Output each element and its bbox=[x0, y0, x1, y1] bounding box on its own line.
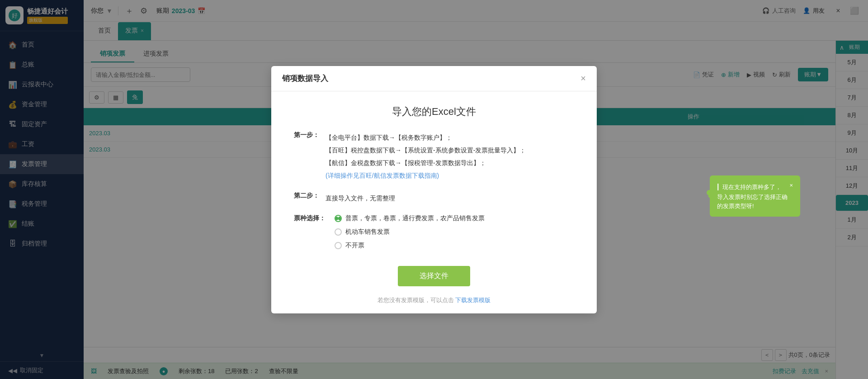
modal-download: 若您没有发票模版，可以点击 下载发票模版 bbox=[294, 296, 574, 304]
modal-body: 导入您的Excel文件 第一步： 【全电平台】数据下载→【税务数字账户】； 【百… bbox=[271, 91, 597, 313]
modal-overlay: 销项数据导入 × 导入您的Excel文件 第一步： 【全电平台】数据下载→【税务… bbox=[0, 0, 868, 379]
tooltip-text: 现在支持的票种多了，导入发票时别忘了选择正确的发票类型呀! bbox=[717, 184, 788, 209]
tooltip-bar-icon: | bbox=[717, 183, 719, 190]
ticket-select: 票种选择： 普票，专票，卷票，通行费发票，农产品销售发票 机动车销售发票 bbox=[294, 214, 574, 250]
radio-general-circle bbox=[335, 215, 342, 222]
ticket-label: 票种选择： bbox=[294, 214, 326, 223]
radio-general-label: 普票，专票，卷票，通行费发票，农产品销售发票 bbox=[345, 214, 485, 223]
step1-line2: 【百旺】税控盘数据下载→【系统设置-系统参数设置-发票批量导入】； bbox=[326, 144, 526, 156]
radio-item-vehicle[interactable]: 机动车销售发票 bbox=[335, 228, 485, 236]
step2-content: 直接导入文件，无需整理 bbox=[326, 192, 395, 204]
step1-content: 【全电平台】数据下载→【税务数字账户】； 【百旺】税控盘数据下载→【系统设置-系… bbox=[326, 131, 526, 182]
tooltip-close-button[interactable]: × bbox=[789, 181, 793, 190]
radio-vehicle-circle bbox=[335, 228, 342, 236]
step1-line1: 【全电平台】数据下载→【税务数字账户】； bbox=[326, 131, 526, 144]
radio-no-invoice-label: 不开票 bbox=[345, 242, 364, 250]
modal-step2: 第二步： 直接导入文件，无需整理 bbox=[294, 192, 574, 204]
modal-main-title: 导入您的Excel文件 bbox=[294, 105, 574, 118]
step1-line3: 【航信】金税盘数据下载→【报税管理-发票数据导出】； bbox=[326, 156, 526, 169]
radio-no-invoice-circle bbox=[335, 242, 342, 249]
select-file-button[interactable]: 选择文件 bbox=[398, 266, 470, 286]
step1-link-container: (详细操作见百旺/航信发票数据下载指南) bbox=[326, 169, 526, 182]
radio-group: 普票，专票，卷票，通行费发票，农产品销售发票 机动车销售发票 不开票 bbox=[330, 214, 485, 250]
download-text: 若您没有发票模版，可以点击 bbox=[377, 297, 454, 303]
modal-title: 销项数据导入 bbox=[282, 73, 328, 84]
step2-label: 第二步： bbox=[294, 192, 321, 200]
download-template-link[interactable]: 下载发票模版 bbox=[455, 297, 491, 303]
radio-vehicle-label: 机动车销售发票 bbox=[345, 228, 390, 236]
modal-step1: 第一步： 【全电平台】数据下载→【税务数字账户】； 【百旺】税控盘数据下载→【系… bbox=[294, 131, 574, 182]
modal-close-button[interactable]: × bbox=[580, 74, 586, 83]
import-modal: 销项数据导入 × 导入您的Excel文件 第一步： 【全电平台】数据下载→【税务… bbox=[271, 66, 597, 313]
step1-label: 第一步： bbox=[294, 131, 321, 139]
radio-item-no-invoice[interactable]: 不开票 bbox=[335, 242, 485, 250]
radio-item-general[interactable]: 普票，专票，卷票，通行费发票，农产品销售发票 bbox=[335, 214, 485, 223]
modal-footer: 选择文件 bbox=[294, 257, 574, 291]
step1-guide-link[interactable]: (详细操作见百旺/航信发票数据下载指南) bbox=[326, 172, 439, 179]
tooltip-bubble: × | 现在支持的票种多了，导入发票时别忘了选择正确的发票类型呀! bbox=[710, 175, 800, 217]
modal-header: 销项数据导入 × bbox=[271, 66, 597, 91]
